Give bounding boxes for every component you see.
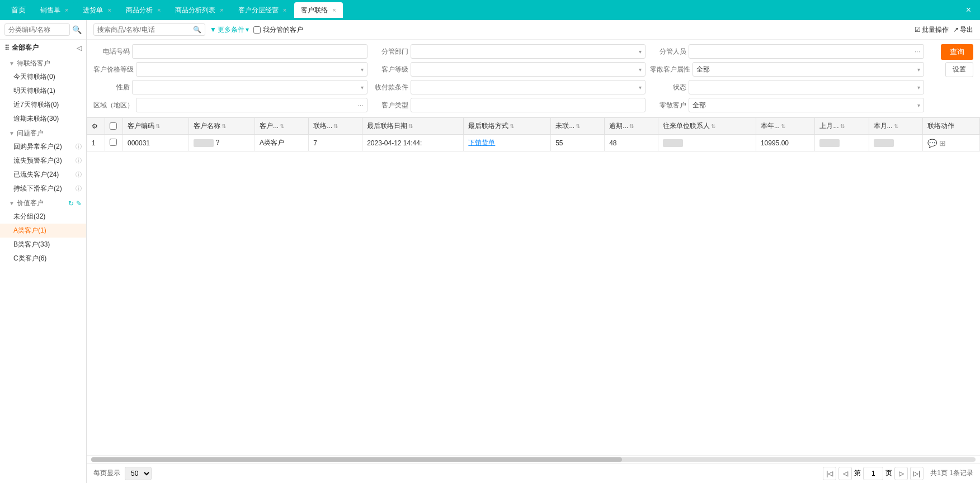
- close-all-button[interactable]: ×: [962, 5, 976, 15]
- export-button[interactable]: ↗ 导出: [953, 25, 973, 35]
- sidebar-item-loss-warning[interactable]: 流失预警客户(3) ⓘ: [0, 154, 86, 168]
- person-input[interactable]: ···: [689, 44, 924, 59]
- next-page-button[interactable]: ▷: [894, 467, 908, 480]
- edit-icon[interactable]: ✎: [76, 200, 82, 207]
- sidebar-item-7days[interactable]: 近7天待联络(0): [0, 98, 86, 112]
- col-last-month: 上月... ⇅: [815, 118, 869, 135]
- query-button[interactable]: 查询: [941, 44, 973, 60]
- nature-select[interactable]: ▾: [132, 80, 368, 94]
- total-records: 共1页 1条记录: [930, 468, 973, 478]
- settings-button[interactable]: 设置: [945, 62, 973, 77]
- my-customers-check[interactable]: [253, 26, 261, 34]
- nav-tab-analysis-list[interactable]: 商品分析列表 ×: [168, 2, 230, 18]
- refresh-icon[interactable]: ↻: [68, 200, 74, 207]
- close-icon[interactable]: ×: [65, 7, 68, 13]
- sidebar-item-tomorrow[interactable]: 明天待联络(1): [0, 84, 86, 98]
- filter-row-2: 客户价格等级 ▾ 客户等级 ▾: [93, 62, 924, 77]
- sort-icon: ⇅: [510, 123, 514, 129]
- col-no-days: 未联... ⇅: [551, 118, 605, 135]
- close-icon[interactable]: ×: [107, 7, 111, 13]
- col-this-month: 本月... ⇅: [869, 118, 922, 135]
- page-number-input[interactable]: [863, 467, 883, 480]
- search-icon[interactable]: 🔍: [72, 25, 82, 34]
- status-select[interactable]: ▾: [689, 80, 924, 94]
- dept-select[interactable]: ▾: [411, 44, 646, 59]
- scatter-customer-label: 零散客户: [650, 101, 686, 110]
- masked-contacts: [663, 139, 683, 147]
- sidebar-item-abnormal-repurchase[interactable]: 回购异常客户(2) ⓘ: [0, 140, 86, 154]
- select-all-checkbox[interactable]: [110, 122, 117, 130]
- sidebar-item-overdue[interactable]: 逾期未联络(30): [0, 112, 86, 126]
- all-customers-header[interactable]: ⠿ 全部客户 ◁: [0, 40, 86, 56]
- filter-person: 分管人员 ···: [650, 44, 924, 59]
- chevron-down-icon: ▾: [361, 67, 364, 73]
- pending-contact-group[interactable]: ▼ 待联络客户: [0, 56, 86, 70]
- sidebar-item-class-b[interactable]: B类客户(33): [0, 238, 86, 252]
- gear-col-header[interactable]: ⚙: [87, 118, 105, 135]
- problem-customer-group[interactable]: ▼ 问题客户: [0, 126, 86, 140]
- export-icon: ↗: [953, 26, 959, 34]
- row-last-month: [815, 135, 869, 151]
- customer-table: ⚙ 客户编码 ⇅ 客户名称: [87, 117, 980, 151]
- nav-home[interactable]: 首页: [4, 2, 32, 18]
- price-level-label: 客户价格等级: [93, 65, 134, 74]
- sidebar-item-class-c[interactable]: C类客户(6): [0, 252, 86, 266]
- customer-type-input[interactable]: [411, 98, 646, 112]
- chevron-down-icon: ▾: [639, 84, 642, 91]
- filter-search-input[interactable]: [97, 26, 191, 34]
- prev-page-button[interactable]: ◁: [838, 467, 852, 480]
- phone-input[interactable]: [132, 44, 368, 59]
- dept-label: 分管部门: [372, 47, 408, 56]
- more-conditions-btn[interactable]: ▼ 更多条件 ▾: [210, 25, 249, 35]
- nav-tab-sales[interactable]: 销售单 ×: [34, 2, 75, 18]
- filter-row-3: 性质 ▾ 收付款条件 ▾: [93, 80, 924, 94]
- region-input[interactable]: ···: [136, 98, 368, 112]
- scatter-attr-select[interactable]: 全部 ▾: [692, 62, 924, 77]
- chevron-down-icon: ▾: [917, 102, 920, 108]
- last-contact-link[interactable]: 下销货单: [468, 139, 495, 146]
- more-icon[interactable]: ⊞: [939, 139, 946, 148]
- sidebar-item-today[interactable]: 今天待联络(0): [0, 70, 86, 84]
- value-customer-group[interactable]: ▼ 价值客户 ↻ ✎: [0, 196, 86, 210]
- filter-payment: 收付款条件 ▾: [372, 80, 646, 94]
- horizontal-scrollbar[interactable]: [87, 455, 980, 463]
- sidebar-item-unclassified[interactable]: 未分组(32): [0, 210, 86, 224]
- scrollbar-track[interactable]: [91, 457, 976, 462]
- nav-tab-analysis[interactable]: 商品分析 ×: [119, 2, 167, 18]
- row-name: ?: [189, 135, 255, 151]
- filter-phone: 电话号码: [93, 44, 368, 59]
- row-select-checkbox[interactable]: [110, 139, 117, 146]
- last-page-button[interactable]: ▷|: [910, 467, 924, 480]
- collapse-icon[interactable]: ◁: [77, 44, 82, 52]
- scatter-customer-select[interactable]: 全部 ▾: [689, 98, 924, 112]
- page-size-select[interactable]: 50: [125, 467, 152, 480]
- checkbox-col-header[interactable]: [105, 118, 123, 135]
- close-icon[interactable]: ×: [220, 7, 223, 13]
- batch-op-button[interactable]: ☑ 批量操作: [915, 25, 949, 35]
- close-icon[interactable]: ×: [332, 7, 336, 13]
- sidebar-search-input[interactable]: [4, 23, 70, 36]
- first-page-button[interactable]: |◁: [823, 467, 836, 480]
- close-icon[interactable]: ×: [283, 7, 286, 13]
- sort-icon: ⇅: [156, 123, 160, 129]
- scrollbar-thumb[interactable]: [91, 457, 622, 462]
- contact-icon[interactable]: 💬: [927, 139, 937, 148]
- payment-select[interactable]: ▾: [411, 80, 646, 94]
- sidebar-item-lost[interactable]: 已流失客户(24) ⓘ: [0, 168, 86, 182]
- arrow-down-icon: ▼: [9, 200, 15, 206]
- search-icon[interactable]: 🔍: [193, 26, 201, 34]
- nav-tab-customer-layer[interactable]: 客户分层经营 ×: [232, 2, 293, 18]
- sidebar-item-declining[interactable]: 持续下滑客户(2) ⓘ: [0, 182, 86, 196]
- bottom-bar: 每页显示 50 |◁ ◁ 第 页 ▷ ▷| 共1页 1条记录: [87, 463, 980, 483]
- main-layout: 🔍 ⠿ 全部客户 ◁ ▼ 待联络客户 今天待联络(0) 明天待联络(1) 近7天…: [0, 20, 980, 483]
- customer-level-select[interactable]: ▾: [411, 62, 646, 77]
- my-customers-checkbox[interactable]: 我分管的客户: [253, 25, 303, 35]
- sidebar-item-class-a[interactable]: A类客户(1): [0, 224, 86, 238]
- row-checkbox[interactable]: [105, 135, 123, 151]
- nav-tab-customer-contact[interactable]: 客户联络 ×: [294, 2, 342, 18]
- row-customer-level: A类客户: [255, 135, 309, 151]
- nav-tab-purchase[interactable]: 进货单 ×: [76, 2, 117, 18]
- price-level-select[interactable]: ▾: [136, 62, 368, 77]
- chevron-down-icon: ▾: [917, 67, 920, 73]
- close-icon[interactable]: ×: [157, 7, 161, 13]
